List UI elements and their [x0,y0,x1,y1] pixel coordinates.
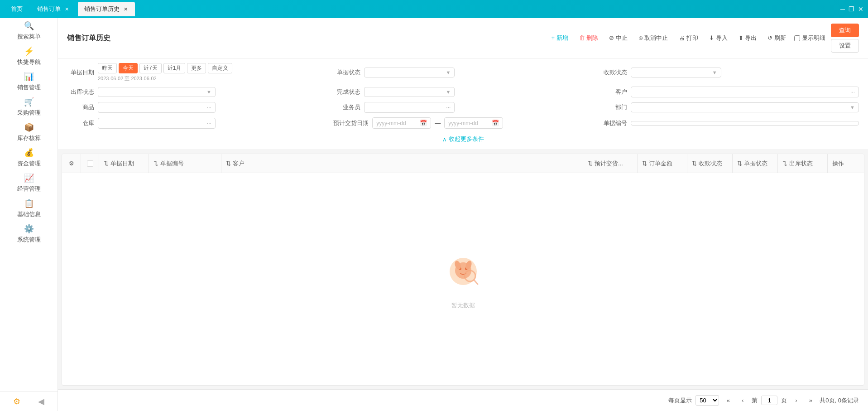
system-mgmt-icon: ⚙️ [24,224,34,234]
print-button[interactable]: 🖨 打印 [676,32,701,44]
tabs-container: 首页 销售订单 ✕ 销售订单历史 ✕ [5,2,840,16]
filter-row-3: 商品 ··· 业务员 ··· [67,102,859,113]
delivery-date-from[interactable]: yyyy-mm-dd 📅 [372,117,431,129]
filter-doc-status: 单据状态 ▼ [333,68,592,77]
quick-nav-icon: ⚡ [24,46,34,56]
doc-status-select[interactable]: ▼ [364,68,455,77]
th-doc-number: ⇅ 单据编号 [149,154,221,173]
complete-status-select[interactable]: ▼ [364,87,455,97]
sidebar-item-basic-info[interactable]: 📋 基础信息 [0,196,58,221]
sidebar-settings-icon[interactable]: ⚙ [13,396,20,406]
expected-delivery-control: yyyy-mm-dd 📅 — yyyy-mm-dd 📅 [372,117,592,129]
prev-page-button[interactable]: ‹ [737,395,748,406]
filter-goods: 商品 ··· [67,102,326,113]
payment-status-select[interactable]: ▼ [631,68,721,77]
th-customer-sort-icon[interactable]: ⇅ [226,160,231,167]
date-more-btn[interactable]: 更多 [187,63,206,73]
sidebar-bottom: ⚙ ◀ [0,392,58,411]
collapse-bar[interactable]: ∧ 收起更多条件 [67,133,859,145]
salesperson-dots-icon[interactable]: ··· [446,104,451,111]
customer-input[interactable]: ··· [631,87,859,97]
sidebar-item-system-mgmt-label: 系统管理 [17,236,41,244]
salesperson-input[interactable]: ··· [364,102,455,113]
department-control: ▼ [631,102,859,112]
export-button[interactable]: ⬆ 导出 [736,32,760,44]
th-payment-status-sort-icon[interactable]: ⇅ [692,160,697,167]
date-separator: — [433,120,442,126]
delivery-date-to[interactable]: yyyy-mm-dd 📅 [444,117,503,129]
delete-button[interactable]: 🗑 删除 [576,32,601,44]
tab-sales-order-history-close[interactable]: ✕ [122,6,129,12]
delivery-status-select[interactable]: ▼ [98,87,216,97]
th-doc-number-sort-icon[interactable]: ⇅ [153,160,158,167]
first-page-button[interactable]: « [723,395,734,406]
warehouse-input[interactable]: ··· [98,118,216,129]
date-custom-btn[interactable]: 自定义 [208,63,232,73]
sidebar-collapse-icon[interactable]: ◀ [38,396,44,406]
department-select[interactable]: ▼ [631,102,859,112]
th-expected-delivery-sort-icon[interactable]: ⇅ [588,160,593,167]
th-delivery-status-sort-icon[interactable]: ⇅ [782,160,787,167]
sidebar-item-operations-mgmt[interactable]: 📈 经营管理 [0,170,58,196]
display-toggle-checkbox[interactable] [794,35,800,41]
date-yesterday-btn[interactable]: 昨天 [98,63,117,73]
date-1month-btn[interactable]: 近1月 [163,63,186,73]
warehouse-dots-icon[interactable]: ··· [207,120,211,126]
payment-status-label: 收款状态 [600,68,627,77]
sidebar-item-finance-mgmt[interactable]: 💰 资金管理 [0,145,58,170]
doc-date-label: 单据日期 [67,68,94,77]
operations-mgmt-icon: 📈 [24,173,34,183]
filter-row-2: 出库状态 ▼ 完成状态 ▼ [67,87,859,97]
customer-dots-icon[interactable]: ··· [850,89,855,95]
tab-home[interactable]: 首页 [5,2,29,16]
date-7days-btn[interactable]: 近7天 [139,63,162,73]
sidebar-item-quick-nav[interactable]: ⚡ 快捷导航 [0,44,58,69]
minimize-icon[interactable]: ─ [840,5,845,13]
th-order-amount-sort-icon[interactable]: ⇅ [642,160,647,167]
import-button[interactable]: ⬇ 导入 [706,32,730,44]
tab-sales-order[interactable]: 销售订单 ✕ [31,2,76,16]
last-page-button[interactable]: » [805,395,816,406]
goods-input[interactable]: ··· [98,102,216,113]
inventory-mgmt-icon: 📦 [24,122,34,132]
sidebar-item-search-menu[interactable]: 🔍 搜索菜单 [0,18,58,44]
sidebar-item-inventory-mgmt[interactable]: 📦 库存核算 [0,120,58,145]
salesperson-label: 业务员 [333,103,360,111]
current-page-input[interactable]: 1 [761,396,777,405]
query-button[interactable]: 查询 [831,24,859,37]
page-size-select[interactable]: 50 10 20 100 [695,395,719,406]
th-doc-date-sort-icon[interactable]: ⇅ [104,160,109,167]
settings-button[interactable]: 设置 [831,39,859,53]
cancel-stop-button[interactable]: ⊙ 取消中止 [636,32,671,44]
filter-expected-delivery: 预计交货日期 yyyy-mm-dd 📅 — yyyy-mm-dd 📅 [333,117,592,129]
th-settings[interactable]: ⚙ [62,154,81,173]
header-checkbox[interactable] [87,160,93,167]
tab-sales-order-close[interactable]: ✕ [63,6,70,12]
purchase-mgmt-icon: 🛒 [24,97,34,107]
sales-mgmt-icon: 📊 [24,72,34,82]
table-header: ⚙ ⇅ 单据日期 ⇅ 单据编号 ⇅ 客户 ⇅ [62,154,864,173]
restore-icon[interactable]: ❐ [849,5,854,13]
tab-sales-order-history[interactable]: 销售订单历史 ✕ [78,2,135,16]
date-today-btn[interactable]: 今天 [119,63,138,73]
close-icon[interactable]: ✕ [858,5,863,13]
th-checkbox[interactable] [81,154,99,173]
calendar-to-icon: 📅 [492,120,499,126]
sidebar-item-basic-info-label: 基础信息 [17,210,41,218]
refresh-button[interactable]: ↺ 刷新 [765,32,789,44]
th-expected-delivery: ⇅ 预计交货... [583,154,638,173]
filter-complete-status: 完成状态 ▼ [333,87,592,97]
goods-label: 商品 [67,103,94,111]
sidebar-item-search-menu-label: 搜索菜单 [17,33,41,41]
stop-button[interactable]: ⊘ 中止 [606,32,630,44]
next-page-button[interactable]: › [791,395,801,406]
goods-dots-icon[interactable]: ··· [207,104,211,111]
sidebar-item-purchase-mgmt[interactable]: 🛒 采购管理 [0,94,58,120]
sidebar-item-sales-mgmt[interactable]: 📊 销售管理 [0,69,58,94]
doc-number-input[interactable] [631,121,859,126]
th-doc-status-sort-icon[interactable]: ⇅ [737,160,742,167]
new-button[interactable]: + 新增 [548,32,571,44]
sidebar-item-system-mgmt[interactable]: ⚙️ 系统管理 [0,221,58,247]
pagination: 每页显示 50 10 20 100 « ‹ 第 1 页 › » 共0页, 0条记… [58,389,868,411]
th-delivery-status-label: 出库状态 [789,160,813,168]
